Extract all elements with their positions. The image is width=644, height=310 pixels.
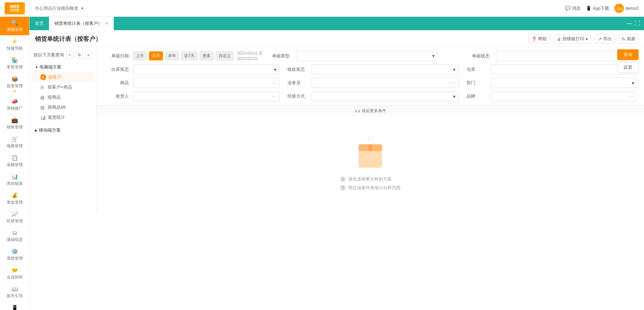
svg-rect-2 [369,144,372,151]
refresh-btn[interactable]: ↻ 刷新 [619,34,639,44]
more-btn[interactable]: 更多 [200,51,214,60]
doc-status-select[interactable]: ▾ [496,51,637,61]
pc-scheme-group-header[interactable]: ▼ 电脑端方案 [32,62,94,72]
tip-text-2: 用过滤条件来缩小分析范围 [348,184,400,192]
scheme-item-by-customer[interactable]: ● 按客户 [32,72,94,82]
sidebar-item-guide[interactable]: 📖 新手引导 [0,283,29,302]
product-dots: ··· [272,80,276,86]
settings-btn[interactable]: 设置 [617,62,639,73]
sidebar-item-marketing[interactable]: 📣 营销推广 [0,96,29,114]
chevron-right-icon: ▶ [35,128,38,132]
return-stats-icon: 📊 [40,115,46,120]
payment-select[interactable]: ▾ [312,91,458,101]
pc-scheme-group: ▼ 电脑端方案 ● 按客户 ⊞ 按客户+商品 [30,61,96,124]
brand-select[interactable]: ··· [491,91,637,101]
sidebar-item-basic[interactable]: 🗂 基础信息 [0,227,29,246]
query-btn[interactable]: 查询 [617,49,639,60]
pc-scheme-label: 电脑端方案 [40,64,61,70]
tab-sales-stats[interactable]: 销货单统计表（按客户） ✕ [49,17,114,30]
this-year-btn[interactable]: 本年 [165,51,179,60]
refresh-label: 刷新 [627,36,636,42]
tab-home[interactable]: 首页 [30,17,49,30]
sidebar-item-system[interactable]: ⚙️ 系统管理 [0,246,29,264]
receiver-select[interactable]: ··· [133,91,279,101]
wholesale-icon: 📦 [11,76,18,82]
marketing-icon: 📣 [11,98,18,105]
sidebar-item-app-center[interactable]: 📱 应用中心 [0,302,29,310]
collapse-up-icon: ∧∧ [355,109,361,113]
brand-dots: ··· [630,93,634,99]
page-title: 销货单统计表（按客户） [35,35,101,43]
add-scheme-btn[interactable]: + [66,51,73,59]
sidebar-item-sales[interactable]: 💼 销售管理 [0,114,29,133]
dropdown-arrow[interactable]: ▾ [81,6,84,11]
date-label: 单据日期 [102,53,129,59]
sidebar-item-retail[interactable]: 🏪 零售管理 [0,54,29,73]
department-select[interactable]: ▾ [491,78,637,88]
basic-icon: 🗂 [12,230,17,236]
sidebar-item-search[interactable]: 🔍 搜索菜单 [0,17,29,36]
page-header: 销货单统计表（按客户） ❓ 帮助 🖨 按模板打印 ▾ ↗ 导出 [30,30,644,47]
sidebar-item-ecommerce[interactable]: 🛒 电商管理 [0,133,29,152]
panel-header-actions: + ⚙ « [66,51,92,59]
app-download-btn[interactable]: 📱 App下载 [586,5,609,11]
retail-icon: 🏪 [11,57,18,63]
warehouse-select[interactable]: ··· [491,64,637,74]
right-panel: 查询 设置 单据日期 上月 本月 [97,47,644,212]
out-status-label: 出库状态 [102,66,129,72]
quick-nav-icon: ⚡ [11,38,18,45]
mobile-scheme-header[interactable]: ▶ 移动端方案 [32,125,94,135]
scheme-item-by-product-99[interactable]: ▦ 按商品99 [32,102,94,112]
mobile-scheme-group: ▶ 移动端方案 [30,124,96,137]
staff-select[interactable]: ··· [312,78,458,88]
user-name: demo2 [625,6,639,11]
right-panel-inner: 查询 设置 单据日期 上月 本月 [97,47,644,212]
sidebar-item-inventory-label: 库存核算 [7,181,23,187]
sidebar-item-wholesale[interactable]: 📦 批发管理 ▲ [0,73,29,96]
scheme-item-by-product[interactable]: ▦ 按商品 [32,92,94,102]
doc-type-label: 单据类型 [272,53,292,59]
sidebar-item-search-label: 搜索菜单 [7,27,23,33]
by-product-icon: ▦ [40,95,46,100]
minimize-icon[interactable]: — [627,20,632,27]
template-print-btn[interactable]: 🖨 按模板打印 ▾ [554,34,591,44]
custom-btn[interactable]: 自定义 [216,51,234,60]
last-7-days-btn[interactable]: 近7天 [181,51,198,60]
filter-row-status: 出库状态 ▾ 收款状态 ▾ 仓库 [102,64,639,74]
maximize-icon[interactable]: ⛶ [635,20,640,27]
warehouse-label: 仓库 [467,66,487,72]
export-btn[interactable]: ↗ 导出 [595,34,615,44]
brand-label: 品牌 [467,93,487,99]
main-container: 办公用品行业模拟账套 ▾ 💬 消息 📱 App下载 Ea demo2 首页 [30,0,644,310]
message-btn[interactable]: 💬 消息 [565,5,581,11]
sidebar-item-quick-nav[interactable]: ⚡ 快捷导航 [0,36,29,54]
help-btn[interactable]: ❓ 帮助 [528,34,550,44]
doc-type-select[interactable]: ▾ [296,51,437,61]
sidebar-logo: 畅捷通好生意 [0,0,29,17]
by-product-99-label: 按商品99 [48,104,65,110]
product-select[interactable]: ··· [133,78,279,88]
scheme-item-return-stats[interactable]: 📊 退货统计 [32,112,94,122]
filter-row-receiver: 收货人 ··· 结算方式 ▾ 品牌 [102,91,639,101]
user-profile[interactable]: Ea demo2 [614,4,639,13]
app-title: 办公用品行业模拟账套 [35,5,78,11]
sidebar-item-cooperation[interactable]: 🤝 企业协同 [0,264,29,283]
this-month-btn[interactable]: 本月 [149,51,163,60]
scheme-item-by-customer-product[interactable]: ⊞ 按客户+商品 [32,82,94,92]
out-status-select[interactable]: ▾ [133,64,279,74]
avatar: Ea [614,4,624,13]
sidebar-item-quick-nav-label: 快捷导航 [7,46,23,51]
sidebar-item-purchase[interactable]: 📋 采购管理 [0,152,29,171]
panel-header: 按以下方案查询 + ⚙ « [30,49,96,61]
last-month-btn[interactable]: 上月 [133,51,147,60]
settings-scheme-btn[interactable]: ⚙ [75,51,83,59]
sidebar-item-inventory[interactable]: 📊 库存核算 [0,171,29,190]
tab-close-icon[interactable]: ✕ [105,21,108,26]
sidebar-item-cooperation-label: 企业协同 [7,274,23,280]
sidebar-item-finance[interactable]: 💰 资金管理 [0,190,29,208]
sidebar-item-operation[interactable]: 📈 经营管理 [0,208,29,227]
collapse-bar[interactable]: ∧∧ 收起更多条件 [97,106,644,116]
receipt-status-select[interactable]: ▾ [312,64,458,74]
tip-num-2: 2 [340,185,345,191]
collapse-panel-btn[interactable]: « [85,51,92,59]
